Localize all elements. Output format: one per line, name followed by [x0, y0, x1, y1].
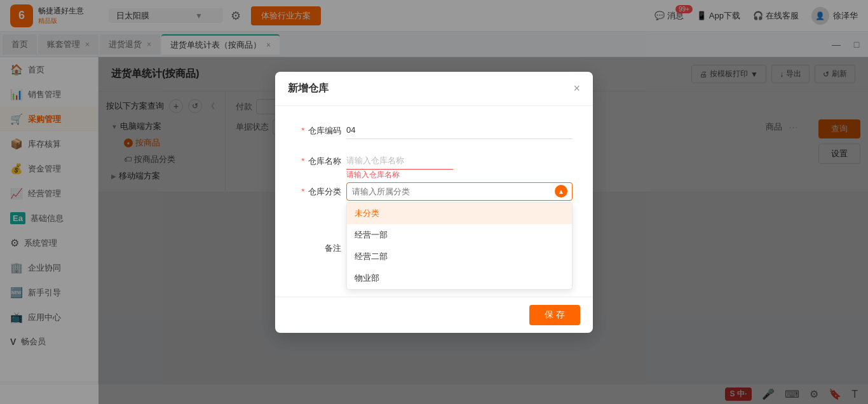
name-input[interactable]	[346, 152, 453, 170]
dropdown-item-dept1[interactable]: 经营一部	[347, 224, 572, 246]
code-field-wrap	[346, 121, 573, 139]
modal-title: 新增仓库	[288, 82, 329, 95]
modal-footer: 保 存	[275, 297, 593, 333]
modal-body: * 仓库编码 * 仓库名称 请输入仓库名称	[275, 106, 593, 297]
dropdown-item-dept2[interactable]: 经营二部	[347, 246, 572, 267]
dropdown-item-property[interactable]: 物业部	[347, 267, 572, 289]
category-select-wrap: ▲ 未分类 经营一部 经营二部 物业部	[346, 182, 573, 201]
category-input[interactable]	[346, 182, 573, 201]
name-row: * 仓库名称 请输入仓库名称	[295, 152, 573, 170]
new-warehouse-modal: 新增仓库 × * 仓库编码 * 仓库名称	[275, 72, 593, 333]
select-arrow-up-icon[interactable]: ▲	[555, 185, 567, 198]
code-input[interactable]	[346, 121, 573, 139]
name-label: * 仓库名称	[295, 152, 346, 167]
dropdown-item-uncategorized[interactable]: 未分类	[347, 203, 572, 224]
save-button[interactable]: 保 存	[529, 305, 580, 325]
name-field-wrap: 请输入仓库名称	[346, 152, 453, 170]
modal-header: 新增仓库 ×	[275, 72, 593, 106]
category-dropdown: 未分类 经营一部 经营二部 物业部	[346, 202, 573, 290]
code-label: * 仓库编码	[295, 121, 346, 137]
modal-close-button[interactable]: ×	[573, 82, 580, 95]
modal-overlay: 新增仓库 × * 仓库编码 * 仓库名称	[0, 0, 868, 404]
category-row: * 仓库分类 ▲ 未分类 经营一部 经营二部 物业部	[295, 182, 573, 201]
category-label: * 仓库分类	[295, 182, 346, 198]
code-row: * 仓库编码	[295, 121, 573, 139]
note-label: 备注	[295, 239, 346, 254]
name-error-msg: 请输入仓库名称	[346, 170, 400, 180]
